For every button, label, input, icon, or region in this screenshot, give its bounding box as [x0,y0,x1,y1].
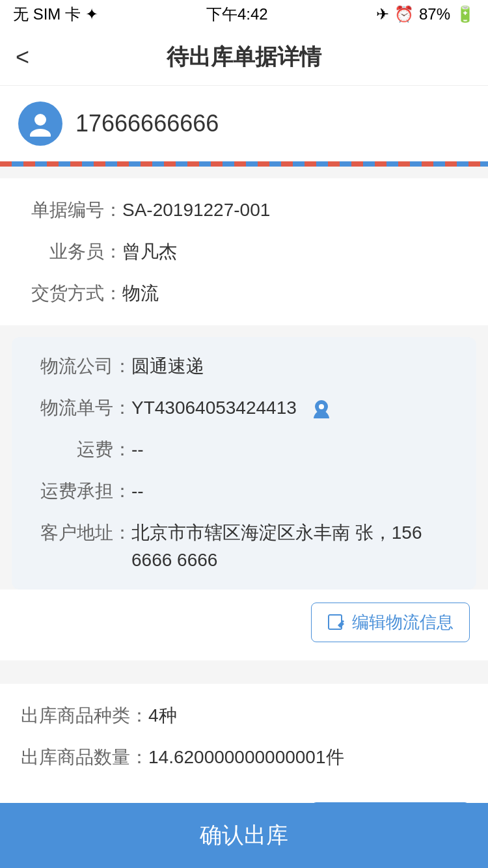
battery-icon: 🔋 [455,5,475,23]
company-label: 物流公司： [27,353,131,379]
document-no-row: 单据编号： SA-20191227-001 [18,197,470,224]
svg-point-0 [34,114,46,126]
goods-types-value: 4种 [148,702,470,729]
user-icon [27,111,53,137]
edit-logistics-button[interactable]: 编辑物流信息 [311,603,470,642]
svg-point-1 [30,129,51,137]
status-bar: 无 SIM 卡 ✦ 下午4:42 ✈ ⏰ 87% 🔋 [0,0,488,29]
page-title: 待出库单据详情 [167,42,321,72]
logistics-card: 物流公司： 圆通速递 物流单号： YT43064053424413 运费： --… [12,337,476,590]
goods-quantity-label: 出库商品数量： [18,744,148,770]
document-no-value: SA-20191227-001 [122,197,470,224]
delivery-label: 交货方式： [18,280,122,306]
address-label: 客户地址： [27,519,131,545]
address-row: 客户地址： 北京市市辖区海淀区永丰南 张，156 6666 6666 [27,519,461,574]
freight-label: 运费： [27,436,131,462]
battery-level: 87% [419,5,450,23]
delivery-value: 物流 [122,280,470,307]
goods-types-label: 出库商品种类： [18,702,148,728]
edit-logistics-label: 编辑物流信息 [352,611,454,634]
divider-1 [0,660,488,672]
basic-info-section: 单据编号： SA-20191227-001 业务员： 曾凡杰 交货方式： 物流 [0,178,488,325]
freight-bearer-label: 运费承担： [27,478,131,504]
salesman-label: 业务员： [18,238,122,264]
location-icon-status: ✈ [376,5,389,23]
edit-icon [327,614,346,632]
alarm-icon: ⏰ [394,5,414,23]
location-icon[interactable] [310,396,333,420]
confirm-button-label: 确认出库 [200,821,288,850]
tracking-row: 物流单号： YT43064053424413 [27,394,461,422]
avatar [18,102,62,146]
delivery-row: 交货方式： 物流 [18,280,470,307]
goods-types-row: 出库商品种类： 4种 [18,702,470,729]
edit-logistics-section: 编辑物流信息 [0,590,488,660]
customer-phone: 17666666666 [75,110,219,137]
back-button[interactable]: < [16,44,29,71]
goods-quantity-row: 出库商品数量： 14.620000000000001件 [18,744,470,771]
company-value: 圆通速递 [131,353,461,380]
goods-quantity-value: 14.620000000000001件 [148,744,470,771]
address-value: 北京市市辖区海淀区永丰南 张，156 6666 6666 [131,519,461,574]
salesman-value: 曾凡杰 [122,238,470,265]
salesman-row: 业务员： 曾凡杰 [18,238,470,265]
status-right: ✈ ⏰ 87% 🔋 [376,5,475,23]
status-left: 无 SIM 卡 ✦ [13,4,98,25]
company-row: 物流公司： 圆通速递 [27,353,461,380]
freight-row: 运费： -- [27,436,461,463]
freight-bearer-value: -- [131,478,461,505]
customer-header: 17666666666 [0,86,488,161]
status-time: 下午4:42 [206,4,268,25]
nav-bar: < 待出库单据详情 [0,29,488,86]
decorative-border [0,161,488,167]
goods-section: 出库商品种类： 4种 出库商品数量： 14.620000000000001件 [0,684,488,789]
freight-bearer-row: 运费承担： -- [27,478,461,505]
svg-point-4 [319,404,324,409]
sim-status: 无 SIM 卡 ✦ [13,4,98,25]
document-no-label: 单据编号： [18,197,122,223]
tracking-value: YT43064053424413 [131,394,461,422]
tracking-label: 物流单号： [27,394,131,420]
freight-value: -- [131,436,461,463]
confirm-bar[interactable]: 确认出库 [0,803,488,868]
